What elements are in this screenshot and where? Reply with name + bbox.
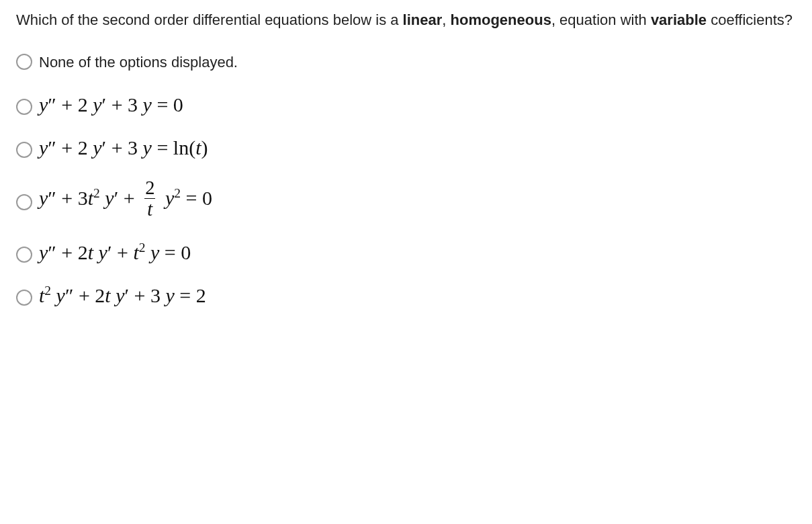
var-y: y	[39, 93, 48, 116]
fraction: 2t	[142, 178, 157, 220]
op: + 2	[56, 241, 88, 263]
op: + 3	[56, 187, 88, 209]
prime-double: ″	[48, 136, 56, 159]
op: +	[118, 187, 140, 209]
op: + 2	[56, 93, 93, 116]
question-trailing: coefficients?	[707, 11, 793, 28]
var-t: t	[133, 241, 138, 263]
option-d[interactable]: y″ + 3t2 y′ + 2t y2 = 0	[16, 179, 796, 221]
option-c-equation: y″ + 2 y′ + 3 y = ln(t)	[39, 136, 208, 159]
var-y: y	[56, 284, 65, 306]
sep2: , equation with	[551, 11, 651, 28]
radio-icon[interactable]	[16, 247, 32, 263]
option-b-equation: y″ + 2 y′ + 3 y = 0	[39, 93, 183, 116]
var-y: y	[99, 241, 107, 263]
question-leading: Which of the second order differential e…	[16, 11, 403, 28]
space	[146, 241, 151, 263]
option-e[interactable]: y″ + 2t y′ + t2 y = 0	[16, 241, 796, 264]
option-d-equation: y″ + 3t2 y′ + 2t y2 = 0	[39, 179, 212, 221]
option-a[interactable]: None of the options displayed.	[16, 52, 796, 73]
eq-zero: = 0	[159, 241, 191, 263]
exp-2: 2	[174, 186, 181, 200]
var-y: y	[150, 241, 159, 263]
op: + 3	[106, 93, 142, 116]
eq-zero: = 0	[152, 93, 183, 116]
close-paren: )	[201, 136, 208, 159]
var-y: y	[116, 284, 124, 306]
var-y: y	[93, 93, 101, 116]
op: + 2	[73, 284, 105, 306]
var-y: y	[165, 187, 174, 209]
radio-icon[interactable]	[16, 99, 32, 115]
var-y: y	[39, 136, 48, 159]
option-b[interactable]: y″ + 2 y′ + 3 y = 0	[16, 93, 796, 116]
var-y: y	[105, 187, 114, 209]
option-c[interactable]: y″ + 2 y′ + 3 y = ln(t)	[16, 136, 796, 159]
option-f-equation: t2 y″ + 2t y′ + 3 y = 2	[39, 284, 206, 307]
var-y: y	[39, 241, 48, 263]
eq-ln-open: = ln(	[152, 136, 195, 159]
option-f[interactable]: t2 y″ + 2t y′ + 3 y = 2	[16, 284, 796, 307]
op: + 2	[56, 136, 93, 159]
prime-double: ″	[65, 284, 74, 306]
op: + 3	[106, 136, 142, 159]
question-text: Which of the second order differential e…	[16, 9, 796, 31]
option-e-equation: y″ + 2t y′ + t2 y = 0	[39, 241, 191, 264]
eq-zero: = 0	[181, 187, 212, 209]
question-bold-linear: linear	[403, 11, 443, 28]
var-t: t	[105, 284, 110, 306]
radio-icon[interactable]	[16, 54, 32, 70]
var-y: y	[93, 136, 101, 159]
space	[51, 284, 56, 306]
space	[93, 241, 99, 263]
radio-icon[interactable]	[16, 290, 32, 306]
prime-double: ″	[48, 187, 56, 209]
prime-double: ″	[48, 93, 56, 116]
eq-two: = 2	[175, 284, 206, 306]
exp-2: 2	[93, 186, 100, 200]
question-bold-homogeneous: homogeneous	[451, 11, 551, 28]
exp-2: 2	[139, 241, 146, 255]
radio-icon[interactable]	[16, 142, 32, 158]
op: +	[111, 241, 133, 263]
frac-den: t	[144, 198, 155, 220]
var-y: y	[39, 187, 48, 209]
var-y: y	[166, 284, 175, 306]
var-t: t	[88, 187, 93, 209]
frac-num: 2	[142, 178, 157, 198]
prime-double: ″	[48, 241, 56, 263]
sep1: ,	[442, 11, 450, 28]
space	[160, 187, 165, 209]
var-t: t	[88, 241, 93, 263]
option-a-label: None of the options displayed.	[39, 52, 238, 73]
radio-icon[interactable]	[16, 194, 32, 210]
question-bold-variable: variable	[651, 11, 707, 28]
var-y: y	[143, 136, 152, 159]
options-group: None of the options displayed. y″ + 2 y′…	[16, 52, 796, 307]
var-y: y	[143, 93, 152, 116]
exp-2: 2	[44, 283, 51, 298]
op: + 3	[129, 284, 165, 306]
